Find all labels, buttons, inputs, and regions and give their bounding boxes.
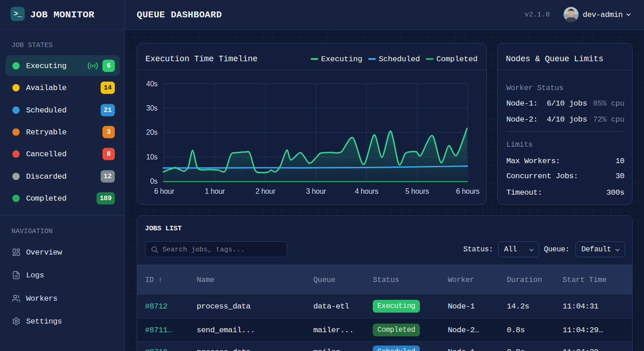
svg-text:10s: 10s [146, 153, 158, 161]
svg-text:6 hour: 6 hour [154, 187, 175, 195]
svg-text:40s: 40s [146, 80, 158, 88]
svg-text:4 hours: 4 hours [355, 187, 379, 195]
svg-text:30s: 30s [146, 104, 158, 112]
svg-text:3 hour: 3 hour [306, 187, 327, 195]
svg-text:5 hours: 5 hours [405, 187, 429, 195]
svg-text:20s: 20s [146, 128, 158, 136]
svg-text:2 hour: 2 hour [255, 187, 276, 195]
svg-text:1 hour: 1 hour [205, 187, 225, 195]
svg-text:6 hours: 6 hours [456, 187, 480, 195]
svg-text:0s: 0s [150, 177, 158, 185]
